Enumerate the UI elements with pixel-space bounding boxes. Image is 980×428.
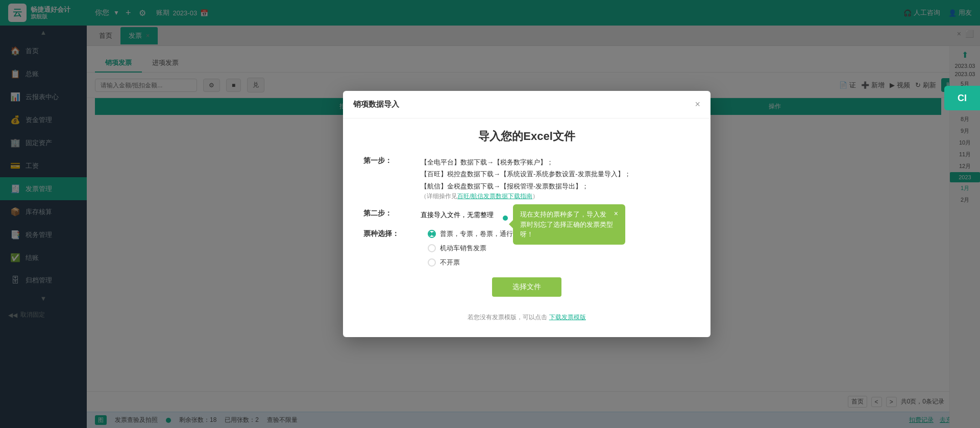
ticket-label: 票种选择： — [363, 229, 399, 239]
step2-text: 直接导入文件，无需整理 — [421, 210, 494, 220]
tooltip-close-btn[interactable]: × — [614, 208, 618, 219]
radio-motor[interactable]: 机动车销售发票 — [428, 244, 586, 253]
modal-footer: 选择文件 — [363, 277, 690, 307]
download-guide-link[interactable]: 百旺/航信发票数据下载指南 — [457, 193, 532, 200]
step1-note: （详细操作见百旺/航信发票数据下载指南） — [421, 192, 631, 201]
tooltip-text: 现在支持的票种多了，导入发票时别忘了选择正确的发票类型呀！ — [520, 210, 613, 238]
radio-none[interactable]: 不开票 — [428, 258, 586, 267]
modal-main-title: 导入您的Excel文件 — [363, 129, 690, 144]
modal-close-btn[interactable]: × — [695, 99, 700, 110]
radio-general-circle — [428, 230, 436, 238]
modal-note: 若您没有发票模版，可以点击 下载发票模版 — [363, 313, 690, 322]
step1-line-1: 【全电平台】数据下载→【税务数字账户】； — [421, 156, 631, 168]
radio-none-circle — [428, 258, 436, 267]
modal-header: 销项数据导入 × — [343, 91, 710, 118]
tooltip-bubble: × 现在支持的票种多了，导入发票时别忘了选择正确的发票类型呀！ — [513, 204, 625, 245]
step1-content: 【全电平台】数据下载→【税务数字账户】； 【百旺】税控盘数据下载→【系统设置-系… — [421, 156, 631, 201]
step1-line-3: 【航信】金税盘数据下载→【报税管理-发票数据导出】； — [421, 180, 631, 192]
download-template-link[interactable]: 下载发票模版 — [549, 314, 586, 321]
ci-badge[interactable]: CI — [944, 86, 980, 110]
select-file-btn[interactable]: 选择文件 — [492, 277, 561, 297]
step1-section: 第一步： 【全电平台】数据下载→【税务数字账户】； 【百旺】税控盘数据下载→【系… — [363, 156, 690, 201]
radio-motor-circle — [428, 244, 436, 252]
step1-label: 第一步： — [363, 156, 392, 198]
tooltip-dot — [503, 216, 508, 221]
radio-motor-label: 机动车销售发票 — [440, 244, 486, 253]
step2-label: 第二步： — [363, 209, 392, 218]
step1-line-2: 【百旺】税控盘数据下载→【系统设置-系统参数设置-发票批量导入】； — [421, 168, 631, 180]
radio-none-label: 不开票 — [440, 258, 460, 267]
modal-title: 销项数据导入 — [353, 100, 399, 109]
